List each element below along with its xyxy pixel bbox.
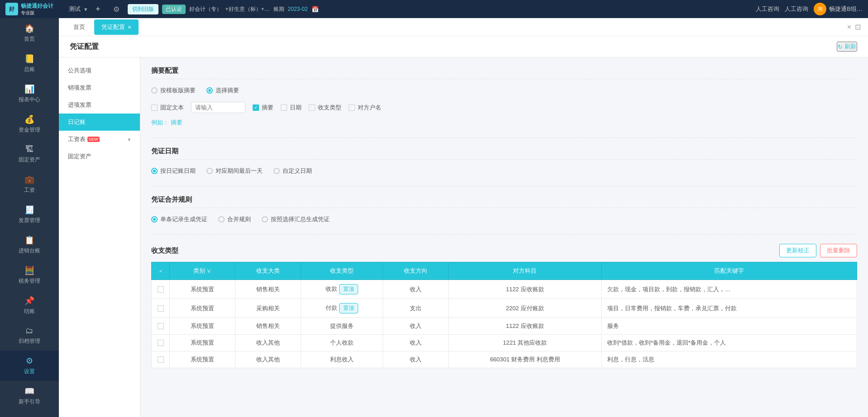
checkbox-income-type[interactable]: 收支类型 — [309, 104, 341, 112]
type-badge-2[interactable]: 置顶 — [339, 303, 358, 313]
th-main-type: 收支大类 — [235, 262, 301, 280]
left-nav-public-label: 公共选项 — [68, 66, 91, 75]
th-select-all[interactable]: ✓ — [152, 262, 170, 280]
row-checkbox-3[interactable] — [158, 323, 164, 329]
checkbox-fixed-text[interactable]: 固定文本 — [151, 104, 184, 112]
sidebar-item-member[interactable]: 👑 畅会员 — [0, 411, 59, 417]
th-keywords: 匹配关键字 — [601, 262, 857, 280]
consult-label[interactable]: 人工咨询 — [785, 5, 808, 13]
td-direction-4: 收入 — [383, 335, 449, 351]
update-correct-button[interactable]: 更新校正 — [779, 244, 816, 257]
checkbox-summary[interactable]: ✓ 摘要 — [253, 104, 273, 112]
checkbox-date[interactable]: 日期 — [281, 104, 302, 112]
radio-merge-rule[interactable]: 合并规则 — [218, 215, 251, 223]
switch-version-button[interactable]: 切到旧版 — [128, 4, 158, 14]
left-nav-payroll[interactable]: 工资表 NEW ▾ — [59, 131, 140, 148]
radio-custom-date-circle — [273, 168, 280, 174]
radio-total-generate[interactable]: 按照选择汇总生成凭证 — [262, 215, 330, 223]
row-checkbox-4[interactable] — [158, 340, 164, 346]
left-nav-sales-invoice[interactable]: 销项发票 — [59, 79, 140, 96]
radio-template-summary[interactable]: 按模板版摘要 — [151, 86, 196, 95]
sidebar-item-archive[interactable]: 🗂 归档管理 — [0, 321, 59, 351]
sidebar-item-invoice[interactable]: 🧾 发票管理 — [0, 199, 59, 230]
sidebar-item-close[interactable]: 📌 结账 — [0, 290, 59, 321]
sidebar-item-fund[interactable]: 💰 资金管理 — [0, 109, 59, 139]
sidebar-item-tax[interactable]: 🧮 税务管理 — [0, 260, 59, 290]
td-type-4: 个人收款 — [301, 335, 383, 351]
left-nav-fixed-assets[interactable]: 固定资产 — [59, 148, 140, 165]
sidebar-label-report: 报表中心 — [19, 96, 40, 104]
left-nav-journal[interactable]: 日记账 — [59, 114, 140, 131]
consult-button[interactable]: 人工咨询 — [756, 5, 779, 13]
settings-button[interactable]: ⚙ — [109, 4, 124, 15]
merge-rules-section: 凭证合并规则 单条记录生成凭证 合并规则 按照选择汇总生成凭证 — [151, 195, 857, 223]
merge-rules-radio-group: 单条记录生成凭证 合并规则 按照选择汇总生成凭证 — [151, 215, 857, 223]
sidebar-item-assets[interactable]: 🏗 固定资产 — [0, 139, 59, 169]
tab-voucher-config[interactable]: 凭证配置 × — [94, 19, 139, 35]
td-checkbox-5[interactable] — [152, 351, 170, 368]
td-checkbox-4[interactable] — [152, 335, 170, 351]
fixed-text-input[interactable] — [191, 102, 245, 113]
logo-text: 畅捷通好会计 — [21, 2, 53, 10]
td-category-5: 系统预置 — [170, 351, 235, 368]
sidebar-item-settings[interactable]: ⚙ 设置 — [0, 351, 59, 381]
calendar-icon[interactable]: 📅 — [312, 6, 319, 13]
th-subject: 对方科目 — [449, 262, 602, 280]
user-info[interactable]: 用 畅捷通B组… — [814, 3, 863, 15]
radio-custom-date[interactable]: 自定义日期 — [273, 167, 312, 175]
example-text: 例如： 摘要 — [151, 118, 857, 127]
td-checkbox-2[interactable] — [152, 299, 170, 318]
window-close-button[interactable]: × — [847, 23, 851, 31]
add-button[interactable]: + — [91, 3, 105, 15]
sidebar-item-salary[interactable]: 💼 工资 — [0, 169, 59, 199]
td-keywords-3: 服务 — [601, 318, 857, 335]
radio-merge-rule-circle — [218, 216, 225, 223]
td-checkbox-1[interactable] — [152, 280, 170, 299]
sidebar-item-guide[interactable]: 📖 新手引导 — [0, 381, 59, 411]
page-title: 凭证配置 — [70, 42, 99, 52]
divider-1 — [151, 137, 857, 138]
radio-template-summary-circle — [151, 87, 158, 94]
left-nav-public[interactable]: 公共选项 — [59, 62, 140, 79]
window-max-button[interactable]: ⊡ — [855, 23, 861, 31]
td-main-type-3: 销售相关 — [235, 318, 301, 335]
td-checkbox-3[interactable] — [152, 318, 170, 335]
dropdown-icon[interactable]: ▾ — [84, 6, 87, 13]
batch-delete-button[interactable]: 批量删除 — [820, 244, 857, 257]
tab-close-icon[interactable]: × — [128, 24, 131, 31]
sidebar-item-home[interactable]: 🏠 首页 — [0, 18, 59, 48]
select-all-checkbox[interactable]: ✓ — [158, 268, 164, 274]
sidebar-item-report[interactable]: 📊 报表中心 — [0, 79, 59, 109]
period-value[interactable]: 2023-02 — [288, 6, 308, 12]
radio-single-record[interactable]: 单条记录生成凭证 — [151, 215, 207, 223]
table-row: 系统预置 收入其他 利息收入 收入 660301 财务费用 利息费用 利息，行息… — [152, 351, 857, 368]
row-checkbox-5[interactable] — [158, 356, 164, 363]
salary-icon: 💼 — [24, 175, 34, 185]
company-name: 测试 — [69, 5, 81, 13]
main-content: 摘要配置 按模板版摘要 选择摘要 — [140, 57, 868, 417]
guide-icon: 📖 — [24, 386, 34, 396]
refresh-button[interactable]: ↻ 刷新 — [837, 42, 857, 52]
left-nav-fixed-assets-label: 固定资产 — [68, 152, 91, 161]
checkbox-counterparty[interactable]: 对方户名 — [349, 104, 381, 112]
checkbox-summary-box: ✓ — [253, 104, 259, 111]
radio-period-last-day[interactable]: 对应期间最后一天 — [206, 167, 263, 175]
checkbox-date-label: 日期 — [290, 104, 302, 112]
sidebar-item-ledger[interactable]: 📒 总账 — [0, 48, 59, 79]
row-checkbox-2[interactable] — [158, 305, 164, 312]
row-checkbox-1[interactable] — [158, 286, 164, 293]
content-area: 首页 凭证配置 × × ⊡ 凭证配置 ↻ 刷新 公共选项 — [59, 18, 868, 417]
sidebar-item-sales[interactable]: 📋 进销台账 — [0, 230, 59, 260]
td-keywords-1: 欠款，现金，项目款，到款，报销款，汇入，… — [601, 280, 857, 299]
page-header: 凭证配置 ↻ 刷新 — [59, 36, 868, 57]
left-nav-purchase-invoice[interactable]: 进项发票 — [59, 96, 140, 114]
radio-journal-date-circle — [151, 168, 158, 174]
radio-select-summary[interactable]: 选择摘要 — [206, 86, 239, 95]
td-main-type-4: 收入其他 — [235, 335, 301, 351]
type-badge-1[interactable]: 置顶 — [339, 284, 358, 294]
radio-journal-date[interactable]: 按日记账日期 — [151, 167, 196, 175]
table-row: 系统预置 收入其他 个人收款 收入 1221 其他应收款 收到*借款，收到*备用… — [152, 335, 857, 351]
td-main-type-2: 采购相关 — [235, 299, 301, 318]
left-nav-journal-label: 日记账 — [68, 118, 86, 126]
tab-home[interactable]: 首页 — [66, 19, 92, 35]
